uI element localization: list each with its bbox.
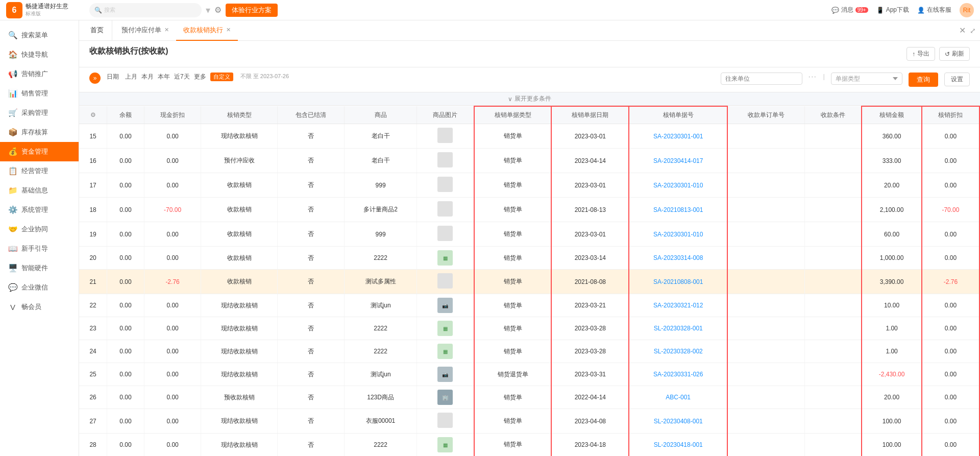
cell-include-settled: 否 bbox=[278, 198, 345, 222]
cancel-no-link[interactable]: SA-20230301-010 bbox=[653, 231, 703, 238]
cancel-no-link[interactable]: SA-20230331-026 bbox=[653, 371, 703, 378]
cancel-no-link[interactable]: SA-20210813-001 bbox=[653, 206, 703, 213]
table-row: 19 0.00 0.00 收款核销 否 999 销货单 2023-03-01 S… bbox=[79, 222, 979, 247]
basics-icon: 📁 bbox=[8, 186, 17, 195]
cell-cash-discount: 0.00 bbox=[144, 409, 201, 434]
cell-cancel-type: 现结收款核销 bbox=[201, 363, 278, 386]
sidebar-item-quick[interactable]: 🏠 快捷导航 bbox=[0, 45, 79, 64]
industry-btn[interactable]: 体验行业方案 bbox=[226, 4, 278, 17]
cancel-no-link[interactable]: SA-20230414-017 bbox=[653, 157, 703, 164]
cell-cancel-no: SA-20230314-008 bbox=[629, 247, 727, 270]
partner-input[interactable] bbox=[721, 73, 802, 85]
cancel-no-link[interactable]: ABC-001 bbox=[666, 394, 691, 401]
sidebar-item-member[interactable]: V 畅会员 bbox=[0, 297, 79, 317]
table-row: 20 0.00 0.00 收款核销 否 2222 ▦ 销货单 2023-03-1… bbox=[79, 247, 979, 270]
cell-cancel-amount: 10.00 bbox=[862, 294, 921, 317]
cancel-no-link[interactable]: SL-20230328-002 bbox=[654, 348, 703, 355]
sidebar-item-enterprise[interactable]: 🤝 企业协同 bbox=[0, 220, 79, 239]
cancel-no-link[interactable]: SA-20210808-001 bbox=[653, 278, 703, 285]
app-download-btn[interactable]: 📱 App下载 bbox=[876, 6, 909, 14]
message-btn[interactable]: 💬 消息 99+ bbox=[831, 6, 868, 14]
date-last-month[interactable]: 上月 bbox=[125, 73, 137, 81]
sidebar-item-search[interactable]: 🔍 搜索菜单 bbox=[0, 26, 79, 45]
query-btn[interactable]: 查询 bbox=[909, 73, 938, 87]
cell-goods: 测试jun bbox=[345, 294, 417, 317]
settings-top-icon[interactable]: ⚙ bbox=[214, 5, 222, 15]
cell-cash-discount: 0.00 bbox=[144, 317, 201, 340]
refresh-btn[interactable]: ↺ 刷新 bbox=[939, 47, 970, 61]
cancel-no-link[interactable]: SL-20230418-001 bbox=[654, 441, 703, 448]
date-custom-btn[interactable]: 自定义 bbox=[210, 73, 233, 81]
cell-cancel-date: 2023-03-14 bbox=[551, 247, 629, 270]
cell-collect-no bbox=[727, 363, 804, 386]
tab-prepay-close[interactable]: ✕ bbox=[164, 27, 169, 33]
online-service-btn[interactable]: 👤 在线客服 bbox=[917, 6, 951, 14]
page-title: 收款核销执行(按收款) bbox=[89, 46, 168, 57]
cell-cancel-bill-type: 销货单 bbox=[474, 222, 552, 247]
settings-btn[interactable]: 设置 bbox=[944, 73, 970, 86]
cell-goods: 2222 bbox=[345, 340, 417, 363]
cell-cancel-date: 2023-03-31 bbox=[551, 363, 629, 386]
date-this-month[interactable]: 本月 bbox=[141, 73, 154, 81]
sidebar-item-finance[interactable]: 💰 资金管理 bbox=[0, 142, 79, 161]
cancel-no-link[interactable]: SA-20230301-010 bbox=[653, 182, 703, 189]
cell-collect-cond bbox=[804, 317, 862, 340]
cancel-no-link[interactable]: SA-20230301-001 bbox=[653, 133, 703, 140]
date-more[interactable]: 更多 bbox=[194, 73, 206, 81]
cell-collect-cond bbox=[804, 434, 862, 457]
cell-cash-discount: 0.00 bbox=[144, 173, 201, 198]
cell-cash-discount: 0.00 bbox=[144, 434, 201, 457]
tab-close-window-icon[interactable]: ✕ bbox=[959, 26, 966, 35]
cell-no: 21 bbox=[79, 270, 107, 294]
cell-balance: 0.00 bbox=[107, 317, 144, 340]
cell-balance: 0.00 bbox=[107, 363, 144, 386]
cell-cancel-type: 收款核销 bbox=[201, 198, 278, 222]
cancel-no-link[interactable]: SL-20230408-001 bbox=[654, 418, 703, 425]
cell-collect-cond bbox=[804, 270, 862, 294]
expand-bar[interactable]: ∨ 展开更多条件 bbox=[79, 92, 980, 106]
sidebar-item-basics[interactable]: 📁 基础信息 bbox=[0, 181, 79, 200]
cell-cash-discount: 0.00 bbox=[144, 386, 201, 409]
order-type-select[interactable]: 单据类型 bbox=[831, 73, 902, 85]
sidebar-item-smart[interactable]: 🖥️ 智能硬件 bbox=[0, 258, 79, 278]
message-icon: 💬 bbox=[831, 7, 839, 14]
sidebar-item-sales[interactable]: 📊 销售管理 bbox=[0, 84, 79, 103]
cell-cancel-bill-type: 销货单 bbox=[474, 434, 552, 457]
col-gear[interactable]: ⚙ bbox=[79, 106, 107, 124]
sidebar-item-wechat[interactable]: 💬 企业微信 bbox=[0, 278, 79, 297]
sidebar-item-guide[interactable]: 📖 新手引导 bbox=[0, 239, 79, 258]
tab-maximize-icon[interactable]: ⤢ bbox=[970, 27, 976, 35]
table-container[interactable]: ⚙ 余额 现金折扣 核销类型 包含已结清 商品 商品图片 核销单据类型 核销单据… bbox=[79, 106, 980, 456]
sidebar-item-marketing[interactable]: 📢 营销推广 bbox=[0, 64, 79, 84]
cell-balance: 0.00 bbox=[107, 222, 144, 247]
sidebar-item-system[interactable]: ⚙️ 系统管理 bbox=[0, 200, 79, 220]
sidebar-item-purchase[interactable]: 🛒 采购管理 bbox=[0, 103, 79, 123]
cancel-no-link[interactable]: SL-20230328-001 bbox=[654, 325, 703, 332]
filter-toggle-btn[interactable]: » bbox=[89, 73, 101, 84]
cell-cancel-bill-type: 销货单 bbox=[474, 270, 552, 294]
cell-collect-no bbox=[727, 409, 804, 434]
tab-prepay[interactable]: 预付冲应付单 ✕ bbox=[114, 20, 176, 41]
cell-cancel-discount: 0.00 bbox=[922, 247, 979, 270]
sidebar-item-inventory[interactable]: 📦 库存核算 bbox=[0, 123, 79, 142]
table-row: 16 0.00 0.00 预付冲应收 否 老白干 销货单 2023-04-14 … bbox=[79, 149, 979, 173]
export-btn[interactable]: ↑ 导出 bbox=[906, 47, 935, 61]
cell-cancel-date: 2022-04-14 bbox=[551, 386, 629, 409]
cancel-no-link[interactable]: SA-20230321-012 bbox=[653, 302, 703, 309]
sidebar-label-wechat: 企业微信 bbox=[21, 283, 48, 292]
cancel-no-link[interactable]: SA-20230314-008 bbox=[653, 254, 703, 261]
cell-cancel-discount: 0.00 bbox=[922, 386, 979, 409]
tab-collect[interactable]: 收款核销执行 ✕ bbox=[176, 20, 238, 41]
user-avatar[interactable]: Rit bbox=[960, 3, 974, 17]
date-7days[interactable]: 近7天 bbox=[174, 73, 190, 81]
expand-icon: ∨ bbox=[508, 95, 512, 103]
cell-cancel-no: SL-20230328-001 bbox=[629, 317, 727, 340]
cell-no: 24 bbox=[79, 340, 107, 363]
cell-include-settled: 否 bbox=[278, 222, 345, 247]
top-search[interactable]: 🔍 搜索 bbox=[89, 3, 202, 17]
sidebar-item-operations[interactable]: 📋 经营管理 bbox=[0, 161, 79, 181]
dropdown-icon[interactable]: ▾ bbox=[206, 5, 210, 16]
date-this-year[interactable]: 本年 bbox=[158, 73, 170, 81]
tab-collect-close[interactable]: ✕ bbox=[226, 27, 231, 33]
tab-home[interactable]: 首页 bbox=[83, 20, 112, 41]
